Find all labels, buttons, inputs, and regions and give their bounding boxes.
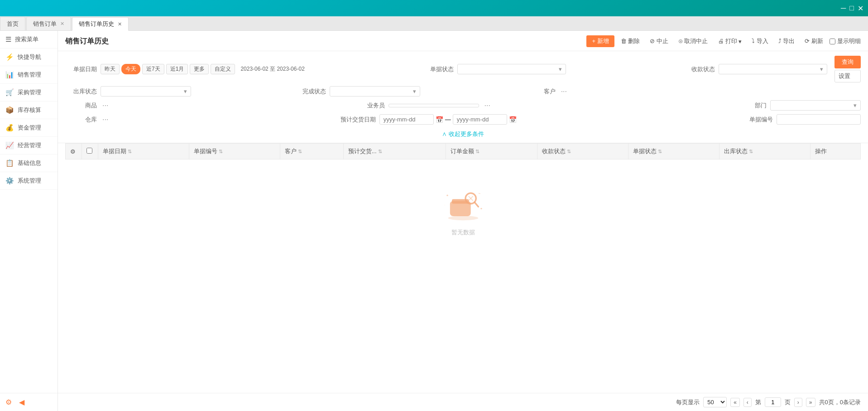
th-customer[interactable]: 客户 ⇅: [280, 144, 344, 160]
maximize-icon[interactable]: □: [849, 4, 854, 13]
tab-home[interactable]: 首页: [0, 17, 25, 30]
th-order-status-sort-icon[interactable]: ⇅: [658, 149, 662, 155]
date-btn-custom[interactable]: 自定义: [211, 64, 235, 74]
sidebar-collapse-icon[interactable]: ◀: [19, 398, 24, 406]
select-all-checkbox[interactable]: [86, 148, 92, 154]
settings-filter-button[interactable]: 设置: [834, 70, 861, 82]
th-amount-sort-icon[interactable]: ⇅: [475, 149, 480, 155]
sidebar-item-inventory-calc[interactable]: 📦 库存核算: [0, 102, 58, 119]
purchase-mgmt-icon: 🛒: [5, 88, 14, 97]
product-input[interactable]: ···: [101, 102, 110, 110]
prev-page-button[interactable]: ‹: [743, 398, 752, 407]
empty-state: ~ · 暂无数据: [66, 160, 861, 255]
svg-line-4: [475, 202, 478, 207]
th-date[interactable]: 单据日期 ⇅: [98, 144, 189, 160]
outbound-status-select[interactable]: ▾: [101, 86, 191, 97]
filter-row-3: 商品 ··· 业务员 ··· 部门 ▾: [65, 100, 861, 111]
dept-select[interactable]: ▾: [770, 100, 861, 111]
close-icon[interactable]: ✕: [858, 4, 863, 13]
display-detail-label: 显示明细: [837, 37, 861, 45]
complete-status-select[interactable]: ▾: [330, 86, 420, 97]
th-outbound-status-sort-icon[interactable]: ⇅: [749, 149, 753, 155]
sidebar-item-purchase-mgmt[interactable]: 🛒 采购管理: [0, 84, 58, 102]
next-page-button[interactable]: ›: [794, 398, 802, 407]
print-dropdown-icon: ▾: [739, 38, 742, 45]
th-order-no-sort-icon[interactable]: ⇅: [219, 149, 223, 155]
display-detail-checkbox[interactable]: [830, 39, 835, 44]
th-receipt-status[interactable]: 收款状态 ⇅: [537, 144, 628, 160]
order-no-input[interactable]: [777, 114, 861, 125]
tabs-bar: 首页 销售订单 ✕ 销售订单历史 ✕: [0, 16, 868, 31]
last-page-button[interactable]: »: [806, 398, 815, 407]
date-btn-today[interactable]: 今天: [121, 64, 140, 74]
customer-input[interactable]: ···: [559, 87, 569, 96]
th-amount[interactable]: 订单金额 ⇅: [446, 144, 537, 160]
th-date-sort-icon[interactable]: ⇅: [128, 149, 132, 155]
warehouse-input[interactable]: ···: [101, 116, 110, 124]
th-receipt-status-sort-icon[interactable]: ⇅: [567, 149, 571, 155]
calendar-end-icon[interactable]: 📅: [509, 116, 517, 123]
per-page-select[interactable]: 50 10 20 100: [703, 397, 727, 407]
sidebar-settings-icon[interactable]: ⚙: [5, 398, 12, 406]
query-button[interactable]: 查询: [834, 56, 861, 68]
sidebar-item-sales-mgmt[interactable]: 📊 销售管理: [0, 66, 58, 84]
salesperson-select[interactable]: [388, 104, 479, 107]
tab-sales-order-history[interactable]: 销售订单历史 ✕: [72, 17, 129, 31]
sidebar-item-business-mgmt-label: 经营管理: [18, 141, 41, 150]
import-button[interactable]: ⤵ 导入: [748, 35, 772, 47]
th-settings[interactable]: ⚙: [66, 144, 82, 160]
th-delivery-sort-icon[interactable]: ⇅: [378, 149, 382, 155]
current-page-input[interactable]: [765, 397, 781, 407]
first-page-button[interactable]: «: [730, 398, 740, 407]
top-bar-controls: ─ □ ✕: [841, 4, 863, 13]
export-button[interactable]: ⤴ 导出: [775, 35, 799, 47]
cancel-stop-button[interactable]: ⊙ 取消中止: [675, 35, 712, 47]
delete-button[interactable]: 🗑 删除: [617, 35, 644, 47]
sales-mgmt-icon: 📊: [5, 71, 14, 79]
empty-state-illustration: ~ ·: [441, 187, 486, 223]
delivery-date-group: 📅 — 📅: [379, 114, 517, 125]
th-date-label: 单据日期: [103, 147, 126, 155]
sidebar-item-fund-mgmt[interactable]: 💰 资金管理: [0, 119, 58, 137]
receipt-status-label: 收款状态: [683, 65, 715, 73]
date-btn-7days[interactable]: 近7天: [142, 64, 164, 74]
date-btn-1month[interactable]: 近1月: [166, 64, 188, 74]
th-outbound-status[interactable]: 出库状态 ⇅: [719, 144, 810, 160]
sidebar-item-quick-nav[interactable]: ⚡ 快捷导航: [0, 48, 58, 66]
delivery-date-start[interactable]: [379, 114, 434, 125]
filter-row-1: 单据日期 昨天 今天 近7天 近1月 更多 自定义 2023-06-02 至 2…: [65, 56, 861, 82]
main-layout: ☰ 搜索菜单 ⚡ 快捷导航 📊 销售管理 🛒 采购管理 📦 库存核算 💰 资金管…: [0, 31, 868, 411]
th-checkbox: [82, 144, 98, 160]
stop-button[interactable]: ⊘ 中止: [646, 35, 672, 47]
calendar-start-icon[interactable]: 📅: [436, 116, 443, 123]
delivery-date-end[interactable]: [453, 114, 507, 125]
tab-sales-order[interactable]: 销售订单 ✕: [26, 17, 71, 30]
receipt-status-select[interactable]: ▾: [719, 64, 827, 74]
tab-sales-order-history-close[interactable]: ✕: [118, 21, 122, 27]
salesperson-dots[interactable]: ···: [483, 102, 492, 110]
sidebar-item-basic-info[interactable]: 📋 基础信息: [0, 155, 58, 172]
order-status-label: 单据状态: [422, 65, 454, 73]
fund-mgmt-icon: 💰: [5, 124, 14, 132]
th-customer-sort-icon[interactable]: ⇅: [298, 149, 302, 155]
tab-sales-order-history-label: 销售订单历史: [79, 20, 114, 28]
date-btn-more[interactable]: 更多: [190, 64, 209, 74]
refresh-button[interactable]: ⟳ 刷新: [801, 35, 827, 47]
collapse-more[interactable]: ∧ 收起更多条件: [65, 128, 861, 138]
sidebar-item-search-menu[interactable]: ☰ 搜索菜单: [0, 31, 58, 48]
order-status-select[interactable]: ▾: [457, 64, 566, 74]
table-header-row: ⚙ 单据日期 ⇅ 单据编号: [66, 144, 861, 160]
minimize-icon[interactable]: ─: [841, 4, 846, 13]
date-btn-yesterday[interactable]: 昨天: [101, 64, 120, 74]
tab-sales-order-close[interactable]: ✕: [60, 21, 64, 27]
outbound-status-label: 出库状态: [65, 87, 97, 96]
sidebar-item-business-mgmt[interactable]: 📈 经营管理: [0, 137, 58, 155]
th-order-status[interactable]: 单据状态 ⇅: [628, 144, 719, 160]
system-mgmt-icon: ⚙️: [5, 177, 14, 185]
print-button[interactable]: 🖨 打印 ▾: [715, 35, 746, 47]
sidebar-item-system-mgmt[interactable]: ⚙️ 系统管理: [0, 172, 58, 190]
th-order-no[interactable]: 单据编号 ⇅: [189, 144, 280, 160]
display-toggle: 显示明细: [830, 37, 861, 45]
th-delivery[interactable]: 预计交货... ⇅: [343, 144, 446, 160]
new-button[interactable]: + 新增: [586, 35, 614, 47]
